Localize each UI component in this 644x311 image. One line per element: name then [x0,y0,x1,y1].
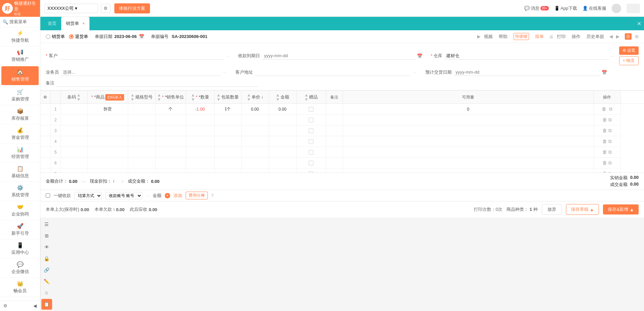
avatar[interactable] [612,4,621,13]
payment-method-select[interactable]: 结算方式 [74,192,102,199]
gear-button[interactable]: ⚙ [101,4,110,13]
sidebar-item-guide[interactable]: 🚀 新手引导 [0,220,40,239]
settings-button[interactable]: ⚙ 设置 [619,46,639,55]
sidebar-item-sales[interactable]: 🏠 销售管理 [1,66,39,85]
message-item[interactable]: 💬 消息 99+ [524,5,549,11]
scan-btn[interactable]: 扫码录入 [105,94,124,101]
row-qty-1[interactable]: -1.00 [186,104,214,115]
sort-pkg[interactable]: ▲▼ [217,93,221,102]
sidebar-item-system[interactable]: ⚙️ 系统管理 [0,182,40,201]
sort-barcode[interactable]: ▲▼ [77,93,81,102]
sidebar-item-inventory[interactable]: 📦 库存核算 [0,105,40,124]
sort-unit[interactable]: ▲▼ [157,93,161,102]
list-icon-1[interactable]: ☰ [625,33,632,40]
trial-button[interactable]: 体验行业方案 [114,3,150,13]
right-panel-view-1[interactable]: ☰ [41,219,52,230]
row-unit-1[interactable]: 个 [155,104,186,115]
toolbar-help[interactable]: 帮助 [499,34,507,40]
add-payment-btn[interactable]: + [165,193,170,198]
sidebar-item-finance[interactable]: 💰 资金管理 [0,124,40,144]
tab-window-close-icon[interactable]: ✕ [637,21,641,27]
delete-icon[interactable]: 🗑 [602,139,607,144]
company-selector[interactable]: XXXXXX公司 ▾ [44,4,98,13]
sidebar-item-purchase[interactable]: 🛒 采购管理 [0,86,40,105]
due-date-input[interactable] [262,52,416,60]
delete-icon[interactable]: 🗑 [602,128,607,133]
salesman-input[interactable] [61,69,221,76]
delete-icon[interactable]: 🗑 [602,117,607,122]
remarks-input[interactable] [56,79,258,87]
discard-button[interactable]: 放弃 [542,204,562,215]
row-pkg-1[interactable]: 1个 [214,104,241,115]
right-panel-clipboard[interactable]: 📋 [41,299,52,310]
amount-dots[interactable]: ··· [146,193,149,198]
save-draft-button[interactable]: 保存草稿 ▲ [566,204,599,215]
toolbar-print[interactable]: 打印 [557,34,566,40]
warehouse-input[interactable] [444,52,609,60]
toolbar-history[interactable]: 历史单据 [586,34,604,40]
delivery-date-input[interactable] [454,69,600,76]
toolbar-shortcut[interactable]: 快捷键 [514,33,529,40]
fee-split-btn[interactable]: 费用分摊 [186,192,208,199]
sort-gift[interactable]: ▲▼ [304,93,309,102]
sidebar-item-collab[interactable]: 🤝 企业协同 [0,201,40,220]
radio-sales[interactable]: 销货单 [46,34,65,40]
copy-icon[interactable]: ⧉ [608,139,612,144]
save-new-button[interactable]: 保存&新增 ▲ [603,204,639,215]
customer-addr-input[interactable] [255,69,411,76]
warehouse-dots[interactable]: ··· [609,53,616,59]
sidebar-item-wechat[interactable]: 💬 企业微信 [0,259,40,278]
row-amount-1[interactable]: 0.00 [269,104,296,115]
right-panel-view-2[interactable]: ⊞ [41,230,52,241]
addr-dots[interactable]: ··· [411,70,419,75]
calendar-icon-delivery[interactable]: 📅 [600,70,608,75]
toolbar-video[interactable]: 视频 [484,34,493,40]
delete-icon-1[interactable]: 🗑 [602,106,606,112]
copy-icon[interactable]: ⧉ [608,160,612,165]
toolbar-filter[interactable]: 筛单 [535,34,544,40]
row-spec-1[interactable] [128,104,155,115]
row-goods-1[interactable]: 拆货 [87,104,128,115]
row-barcode-1[interactable] [61,104,87,115]
row-gift-1[interactable] [296,104,326,115]
th-config[interactable]: ⚙ [40,91,50,104]
app-download-item[interactable]: 📱 App下载 [554,5,577,11]
right-panel-eye[interactable]: 👁 [41,242,52,252]
settings-icon[interactable]: ⚙ [3,303,7,308]
logistics-button[interactable]: + 物流 [619,56,639,65]
right-panel-star[interactable]: ☆ [41,287,52,298]
toolbar-action[interactable]: 操作 [572,34,580,40]
sidebar-item-marketing[interactable]: 📢 营销推广 [0,46,40,66]
customer-input[interactable] [60,52,224,60]
right-panel-link[interactable]: 🔗 [41,265,52,275]
one-click-payment-checkbox[interactable] [46,193,50,198]
sidebar-item-app-center[interactable]: 📱 应用中心 [0,239,40,259]
copy-icon-1[interactable]: ⧉ [609,106,612,112]
collapse-icon[interactable]: ◀ [33,303,37,308]
sidebar-search[interactable]: 🔍 搜索菜单 [0,17,40,27]
row-remark-1[interactable] [326,104,343,115]
tab-close-icon[interactable]: × [82,21,85,26]
sidebar-item-quick-nav[interactable]: ⚡ 快捷导航 [0,27,40,46]
sort-qty[interactable]: ▲▼ [191,93,195,102]
copy-icon[interactable]: ⧉ [608,149,612,155]
list-icon-2[interactable]: ⊞ [635,34,639,39]
salesman-dots[interactable]: ··· [221,70,229,75]
copy-icon[interactable]: ⧉ [608,128,612,133]
right-panel-lock[interactable]: 🔒 [41,253,52,264]
sidebar-item-operation[interactable]: 📊 经营管理 [0,144,40,163]
nav-prev-icon[interactable]: ◀ [609,34,613,39]
right-panel-edit[interactable]: ✏️ [41,276,52,287]
customer-dots[interactable]: ··· [224,53,231,59]
nav-next-icon[interactable]: ▶ [616,34,619,39]
radio-return[interactable]: 退货单 [69,34,88,40]
sort-amount[interactable]: ▲▼ [276,93,280,102]
tab-sales-order[interactable]: 销货单 × [61,17,89,30]
delete-icon[interactable]: 🗑 [602,149,607,155]
sort-price[interactable]: ▲▼ [247,93,251,102]
online-service-item[interactable]: 👤 在线客服 [582,5,606,11]
sort-spec[interactable]: ▲▼ [130,93,135,102]
row-price-1[interactable]: 0.00 [241,104,269,115]
avatar-name[interactable] [627,4,640,13]
calendar-icon[interactable]: 📅 [139,34,144,39]
